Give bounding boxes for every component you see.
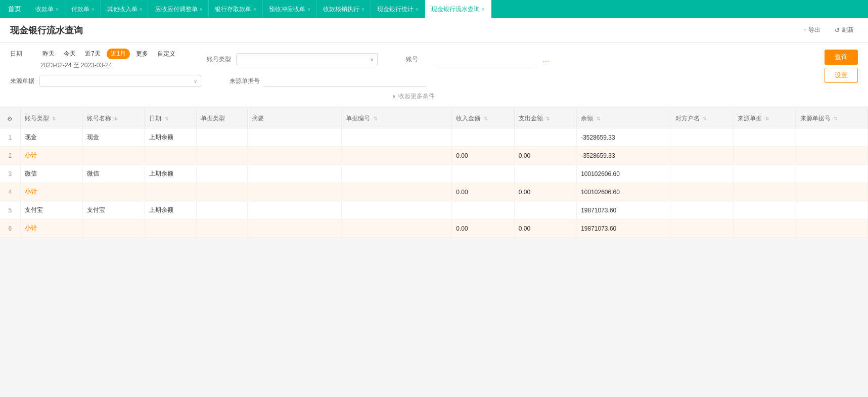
close-icon[interactable]: × (482, 7, 485, 12)
close-icon[interactable]: × (140, 7, 143, 12)
nav-tab-8[interactable]: 现金银行流水查询 × (425, 0, 491, 18)
row-date (145, 183, 196, 201)
row-source-doc-no (796, 219, 867, 238)
sort-icon: ⇅ (834, 116, 838, 121)
col-source-doc-no[interactable]: 来源单据号 ⇅ (796, 109, 867, 128)
nav-tab-3[interactable]: 应收应付调整单 × (149, 0, 209, 18)
row-account-type: 小计 (20, 183, 82, 201)
account-type-select-wrapper: ∨ (236, 53, 378, 65)
row-expense: 0.00 (514, 147, 576, 165)
col-summary[interactable]: 摘要 (247, 109, 342, 128)
source-doc-no-input[interactable] (264, 75, 426, 87)
export-icon: ↑ (803, 27, 806, 34)
table-row: 1 现金 现金 上期余额 -3528659.33 (0, 128, 868, 147)
date-custom[interactable]: 自定义 (154, 49, 178, 59)
sort-icon: ⇅ (374, 116, 378, 121)
row-summary (247, 165, 342, 183)
col-account-name[interactable]: 账号名称 ⇅ (82, 109, 145, 128)
nav-tab-6[interactable]: 收款核销执行 × (317, 0, 371, 18)
date-label: 日期 (10, 50, 35, 58)
row-expense: 0.00 (514, 219, 576, 238)
table-row: 3 微信 微信 上期余额 100102606.60 (0, 165, 868, 183)
account-label: 账号 (406, 55, 431, 64)
query-button[interactable]: 查询 (825, 50, 858, 65)
row-source-doc-no (796, 128, 867, 147)
nav-tab-1[interactable]: 付款单 × (65, 0, 101, 18)
col-settings[interactable]: ⚙ (0, 109, 20, 128)
gear-icon: ⚙ (7, 115, 13, 122)
page-header: 现金银行流水查询 ↑ 导出 ↺ 刷新 (0, 18, 868, 42)
col-date[interactable]: 日期 ⇅ (145, 109, 196, 128)
row-doc-type (196, 128, 247, 147)
row-summary (247, 147, 342, 165)
source-doc-label: 来源单据 (10, 77, 35, 85)
nav-tab-0[interactable]: 收款单 × (29, 0, 65, 18)
row-income: 0.00 (452, 219, 514, 238)
sort-icon: ⇅ (114, 116, 118, 121)
date-7days[interactable]: 近7天 (82, 49, 104, 59)
sort-icon: ⇅ (484, 116, 488, 121)
header-actions: ↑ 导出 ↺ 刷新 (799, 24, 858, 36)
dots-button[interactable]: ... (542, 55, 549, 64)
top-navigation: 首页 收款单 × 付款单 × 其他收入单 × 应收应付调整单 × 银行存取款单 … (0, 0, 868, 18)
date-yesterday[interactable]: 昨天 (39, 49, 58, 59)
row-doc-type (196, 219, 247, 238)
collapse-button[interactable]: ∧ 收起更多条件 (392, 92, 435, 101)
row-doc-type (196, 201, 247, 219)
close-icon[interactable]: × (361, 7, 364, 12)
row-num: 1 (0, 128, 20, 147)
export-button[interactable]: ↑ 导出 (799, 24, 825, 36)
row-num: 4 (0, 183, 20, 201)
row-expense (514, 128, 576, 147)
nav-home[interactable]: 首页 (0, 0, 29, 18)
sort-icon: ⇅ (546, 116, 550, 121)
row-source-doc (734, 183, 796, 201)
row-doc-no (342, 219, 452, 238)
col-source-doc[interactable]: 来源单据 ⇅ (734, 109, 796, 128)
close-icon[interactable]: × (307, 7, 310, 12)
row-summary (247, 183, 342, 201)
row-balance: -3528659.33 (577, 128, 671, 147)
nav-tab-5[interactable]: 预收冲应收单 × (263, 0, 317, 18)
date-more[interactable]: 更多 (133, 49, 151, 59)
row-expense: 0.00 (514, 183, 576, 201)
sort-icon: ⇅ (703, 116, 707, 121)
col-counterpart[interactable]: 对方户名 ⇅ (671, 109, 733, 128)
row-num: 6 (0, 219, 20, 238)
table-row: 5 支付宝 支付宝 上期余额 19871073.60 (0, 201, 868, 219)
close-icon[interactable]: × (416, 7, 419, 12)
row-source-doc (734, 219, 796, 238)
filter-section: 日期 昨天 今天 近7天 近1月 更多 自定义 2023-02-24 至 202… (10, 49, 858, 101)
row-date: 上期余额 (145, 165, 196, 183)
nav-tab-4[interactable]: 银行存取款单 × (209, 0, 263, 18)
row-counterpart (671, 128, 733, 147)
close-icon[interactable]: × (92, 7, 95, 12)
close-icon[interactable]: × (253, 7, 256, 12)
table-body: 1 现金 现金 上期余额 -3528659.33 2 小计 (0, 128, 868, 238)
row-source-doc (734, 147, 796, 165)
date-1month[interactable]: 近1月 (107, 49, 130, 59)
account-type-label: 账号类型 (207, 55, 232, 64)
col-income[interactable]: 收入金额 ⇅ (452, 109, 514, 128)
col-doc-no[interactable]: 单据编号 ⇅ (342, 109, 452, 128)
col-doc-type[interactable]: 单据类型 (196, 109, 247, 128)
source-doc-select[interactable] (39, 75, 201, 87)
close-icon[interactable]: × (200, 7, 203, 12)
nav-tab-2[interactable]: 其他收入单 × (101, 0, 149, 18)
row-date (145, 219, 196, 238)
col-account-type[interactable]: 账号类型 ⇅ (20, 109, 82, 128)
source-doc-no-label: 来源单据号 (230, 77, 260, 85)
settings-button[interactable]: 设置 (825, 68, 858, 83)
col-expense[interactable]: 支出金额 ⇅ (514, 109, 576, 128)
sort-icon: ⇅ (52, 116, 56, 121)
row-income: 0.00 (452, 183, 514, 201)
close-icon[interactable]: × (56, 7, 59, 12)
refresh-button[interactable]: ↺ 刷新 (831, 24, 858, 36)
account-input[interactable] (435, 54, 536, 65)
filter-area: 日期 昨天 今天 近7天 近1月 更多 自定义 2023-02-24 至 202… (0, 42, 868, 107)
col-balance[interactable]: 余额 ⇅ (577, 109, 671, 128)
account-type-select[interactable] (236, 53, 378, 65)
row-account-type: 现金 (20, 128, 82, 147)
nav-tab-7[interactable]: 现金银行统计 × (371, 0, 425, 18)
date-today[interactable]: 今天 (61, 49, 79, 59)
